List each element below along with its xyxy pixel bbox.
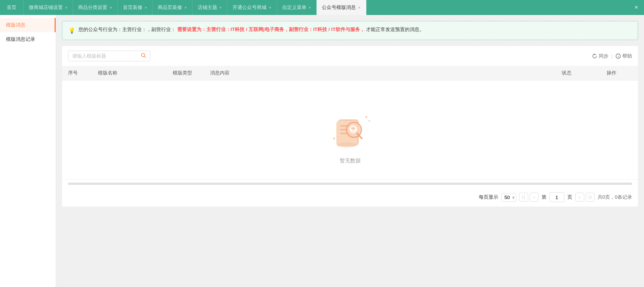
table-container: 同步 | ? 帮助 序号 模版 (62, 46, 638, 207)
scroll-track[interactable] (68, 183, 632, 185)
tab-bar: 首页 微商城店铺设置 × 商品分类设置 × 首页装修 × 商品页装修 × 店铺主… (0, 0, 644, 15)
tab-home-decor[interactable]: 首页装修 × (118, 0, 152, 15)
page-nav: ⟨⟨ ＜ 第 页 ＞ ⟩⟩ (519, 192, 595, 202)
main-layout: 模版消息 模版消息记录 💡 您的公众号行业为：主营行业：，副营行业： 需要设置为… (0, 15, 644, 287)
tab-category-settings[interactable]: 商品分类设置 × (73, 0, 117, 15)
col-name: 模版名称 (92, 66, 167, 80)
lightbulb-icon: 💡 (68, 26, 76, 35)
svg-text:?: ? (617, 55, 619, 58)
col-status: 状态 (556, 66, 601, 80)
divider: | (611, 53, 613, 59)
tab-store-theme[interactable]: 店铺主题 × (192, 0, 227, 15)
notice-highlight: 需要设置为：主营行业：IT科技 / 互联网|电子商务，副营行业：IT科技 / I… (177, 27, 365, 32)
pagination: 每页显示 10 20 50 100 ∨ ⟨⟨ ＜ 第 (62, 188, 638, 207)
close-icon[interactable]: × (65, 5, 67, 10)
svg-point-18 (333, 137, 335, 140)
help-label: 帮助 (622, 53, 632, 59)
close-icon[interactable]: × (358, 5, 360, 10)
tab-template-message[interactable]: 公众号模版消息 × (317, 0, 366, 15)
close-icon[interactable]: × (309, 5, 311, 10)
page-size-label: 每页显示 (479, 194, 498, 201)
scroll-bar-area[interactable] (62, 179, 638, 188)
close-icon[interactable]: × (110, 5, 112, 10)
notice-banner: 💡 您的公众号行业为：主营行业：，副营行业： 需要设置为：主营行业：IT科技 /… (62, 21, 638, 40)
page-size-select: 每页显示 10 20 50 100 ∨ (479, 193, 516, 202)
notice-text: 您的公众号行业为：主营行业：，副营行业： 需要设置为：主营行业：IT科技 / 互… (78, 26, 424, 34)
search-input-wrapper[interactable] (68, 51, 150, 61)
sync-button[interactable]: 同步 (592, 53, 608, 59)
empty-text: 暂无数据 (340, 158, 361, 164)
toolbar-right: 同步 | ? 帮助 (592, 53, 632, 59)
next-page-button[interactable]: ＞ (575, 193, 584, 202)
last-page-button[interactable]: ⟩⟩ (586, 193, 595, 202)
col-type: 模版类型 (167, 66, 204, 80)
page-input[interactable] (549, 192, 564, 202)
close-icon[interactable]: × (269, 5, 271, 10)
svg-point-17 (369, 120, 370, 122)
data-table: 序号 模版名称 模版类型 消息内容 状态 操作 (62, 66, 638, 80)
tab-home[interactable]: 首页 (0, 0, 24, 15)
first-page-button[interactable]: ⟨⟨ (519, 193, 528, 202)
page-label: 第 (542, 194, 546, 201)
search-bar: 同步 | ? 帮助 (62, 46, 638, 66)
svg-line-1 (145, 57, 146, 58)
sync-label: 同步 (599, 53, 608, 59)
svg-point-15 (338, 142, 356, 147)
help-button[interactable]: ? 帮助 (616, 53, 632, 59)
page-unit: 页 (567, 194, 572, 201)
empty-illustration (326, 103, 375, 152)
page-size-dropdown[interactable]: 10 20 50 100 (501, 193, 516, 202)
close-icon[interactable]: × (219, 5, 222, 10)
tab-store-settings[interactable]: 微商城店铺设置 × (24, 0, 73, 15)
tab-product-decor[interactable]: 商品页装修 × (152, 0, 192, 15)
col-action: 操作 (601, 66, 638, 80)
svg-rect-14 (353, 126, 354, 130)
empty-state: 暂无数据 (62, 80, 638, 179)
svg-point-16 (365, 116, 367, 118)
content-area: 💡 您的公众号行业为：主营行业：，副营行业： 需要设置为：主营行业：IT科技 /… (56, 15, 644, 287)
sidebar: 模版消息 模版消息记录 (0, 15, 56, 287)
close-icon[interactable]: × (184, 5, 187, 10)
prev-page-button[interactable]: ＜ (530, 193, 539, 202)
sidebar-item-template-message[interactable]: 模版消息 (0, 18, 56, 32)
sidebar-item-template-records[interactable]: 模版消息记录 (0, 32, 56, 46)
close-icon[interactable]: × (145, 5, 147, 10)
page-total-info: 共0页，0条记录 (598, 194, 632, 201)
search-input[interactable] (72, 53, 139, 59)
tab-open-mall[interactable]: 开通公众号商城 × (227, 0, 277, 15)
tab-custom-menu[interactable]: 自定义菜单 × (277, 0, 317, 15)
close-all-button[interactable]: × (629, 4, 644, 11)
col-index: 序号 (62, 66, 92, 80)
col-content: 消息内容 (204, 66, 556, 80)
search-button[interactable] (141, 53, 146, 59)
